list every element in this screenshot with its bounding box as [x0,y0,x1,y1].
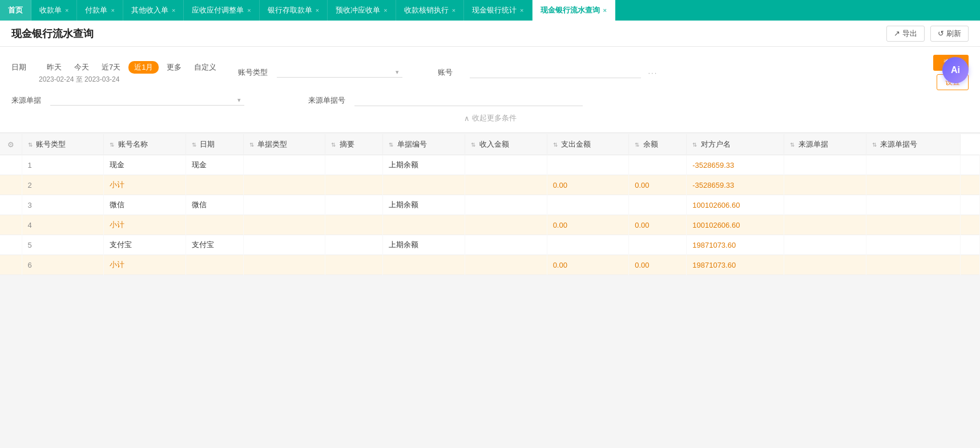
close-icon[interactable]: × [384,7,387,14]
nav-tab-shoukuanxiaoxiao[interactable]: 收款核销执行 × [396,0,464,21]
cell-date [243,255,325,275]
cell-doc-type [325,155,383,175]
sort-icon[interactable]: ⇅ [471,142,475,148]
sort-icon[interactable]: ⇅ [790,142,795,148]
date-opt-custom[interactable]: 自定义 [189,61,221,74]
filter-row-1: 日期 昨天 今天 近7天 近1月 更多 自定义 2023-02-24 至 202… [11,55,969,90]
ai-assistant-button[interactable]: Ai [942,57,969,83]
sort-icon[interactable]: ⇅ [28,142,33,148]
nav-tab-yingshouyingfu[interactable]: 应收应付调整单 × [184,0,259,21]
collapse-up-icon: ∧ [464,114,470,123]
sort-icon[interactable]: ⇅ [249,142,254,148]
cell-summary: 上期余额 [383,235,465,255]
cell-doc-type [325,255,383,275]
nav-tab-yushou[interactable]: 预收冲应收单 × [328,0,396,21]
cell-date [243,175,325,195]
col-summary: ⇅ 摘要 [325,134,383,155]
cell-account-name: 支付宝 [185,235,243,255]
close-icon[interactable]: × [247,7,251,14]
chevron-down-icon: ▾ [396,68,399,76]
cell-summary [383,215,465,235]
nav-tab-yinhangcunqu[interactable]: 银行存取款单 × [260,0,328,21]
cell-doc-no [465,255,547,275]
col-counterpart: ⇅ 对方户名 [687,134,784,155]
close-icon[interactable]: × [316,7,319,14]
sort-icon[interactable]: ⇅ [553,142,558,148]
cell-row-num: 4 [22,215,104,235]
close-icon[interactable]: × [111,7,114,14]
refresh-button[interactable]: ↺ 刷新 [930,26,969,42]
table-row[interactable]: 1现金现金上期余额-3528659.33 [0,155,980,175]
cell-source-doc [866,235,960,255]
cell-source-doc-no [960,195,979,215]
nav-tab-fukuandan[interactable]: 付款单 × [77,0,123,21]
table-row[interactable]: 3微信微信上期余额100102606.60 [0,195,980,215]
table-row[interactable]: 4小计0.000.00100102606.60 [0,215,980,235]
export-icon: ↗ [894,29,900,38]
date-opt-yesterday[interactable]: 昨天 [42,61,66,74]
col-account-type: ⇅ 账号类型 [22,134,104,155]
source-doc-select[interactable]: ▾ [50,95,244,106]
export-button[interactable]: ↗ 导出 [886,26,925,42]
cell-source-doc [866,255,960,275]
table-wrapper: ⚙ ⇅ 账号类型 ⇅ 账号名称 ⇅ 日期 ⇅ 单据类型 [0,134,980,275]
gear-icon[interactable]: ⚙ [7,140,14,149]
date-opt-more[interactable]: 更多 [162,61,186,74]
table-row[interactable]: 6小计0.000.0019871073.60 [0,255,980,275]
sort-icon[interactable]: ⇅ [192,142,196,148]
sort-icon[interactable]: ⇅ [692,142,697,148]
sort-icon[interactable]: ⇅ [110,142,114,148]
close-icon[interactable]: × [520,7,523,14]
date-opt-1month[interactable]: 近1月 [128,61,159,74]
nav-tab-shoukuandan[interactable]: 收款单 × [31,0,77,21]
account-type-select[interactable]: ▾ [277,67,402,78]
cell-source-doc [866,215,960,235]
close-icon[interactable]: × [603,7,607,14]
date-opt-today[interactable]: 今天 [70,61,94,74]
close-icon[interactable]: × [452,7,455,14]
col-gear: ⚙ [0,134,22,155]
sort-icon[interactable]: ⇅ [635,142,639,148]
sort-icon[interactable]: ⇅ [872,142,877,148]
date-range-text: 2023-02-24 至 2023-03-24 [39,75,119,83]
cell-account-type: 支付宝 [104,235,186,255]
collapse-label: 收起更多条件 [472,113,517,123]
more-dots-icon[interactable]: ··· [648,68,658,77]
cell-income: 0.00 [547,175,629,195]
nav-tab-qitashouru[interactable]: 其他收入单 × [123,0,184,21]
date-opt-7days[interactable]: 近7天 [97,61,125,74]
source-doc-no-input[interactable] [354,95,583,106]
row-gear-cell [0,255,22,275]
account-input[interactable] [470,67,641,78]
sort-icon[interactable]: ⇅ [389,142,393,148]
sort-icon[interactable]: ⇅ [331,142,336,148]
cell-doc-no [465,155,547,175]
cell-source-doc-no [960,215,979,235]
nav-tab-xianjintongji[interactable]: 现金银行统计 × [464,0,532,21]
cell-income [547,155,629,175]
cell-summary: 上期余额 [383,155,465,175]
cell-counterpart [784,215,866,235]
filter-row-2: 来源单据 ▾ 来源单据号 [11,95,969,106]
nav-tab-liushuichaxun[interactable]: 现金银行流水查询 × [533,0,615,21]
cell-counterpart [784,255,866,275]
cell-doc-no [465,215,547,235]
table-row[interactable]: 5支付宝支付宝上期余额19871073.60 [0,235,980,255]
close-icon[interactable]: × [172,7,175,14]
cell-summary [383,255,465,275]
collapse-bar[interactable]: ∧ 收起更多条件 [11,111,969,127]
col-income: ⇅ 收入金额 [465,134,547,155]
cell-expense [629,235,687,255]
row-gear-cell [0,155,22,175]
close-icon[interactable]: × [65,7,68,14]
nav-home[interactable]: 首页 [0,0,31,21]
cell-account-type: 小计 [104,215,186,235]
col-expense: ⇅ 支出金额 [547,134,629,155]
cell-row-num: 6 [22,255,104,275]
cell-account-name [185,215,243,235]
top-nav: 首页 收款单 × 付款单 × 其他收入单 × 应收应付调整单 × 银行存取款单 … [0,0,980,21]
table-row[interactable]: 2小计0.000.00-3528659.33 [0,175,980,195]
cell-balance: 100102606.60 [687,195,784,215]
date-label: 日期 [11,62,34,72]
cell-income [547,195,629,215]
